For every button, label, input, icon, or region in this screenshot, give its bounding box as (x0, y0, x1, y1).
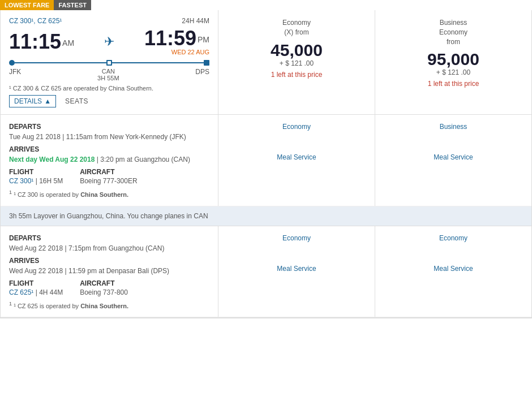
progress-bar (9, 60, 209, 66)
depart-time-block: 11:15AM (9, 32, 74, 52)
seg1-business-meal: Meal Service (381, 153, 526, 161)
economy-type: Economy (X) from (224, 18, 369, 37)
seg1-flight-number[interactable]: CZ 300¹ (9, 177, 33, 185)
depart-ampm: AM (62, 38, 74, 48)
seg1-arr-label: ARRIVES (9, 145, 209, 153)
depart-time: 11:15 (9, 30, 61, 53)
seg1-arr-details: Next day Wed Aug 22 2018 | 3:20 pm at Gu… (9, 156, 209, 163)
tags-row: LOWEST FARE FASTEST (0, 0, 532, 10)
seg2-aircraft-label: AIRCRAFT (80, 279, 128, 287)
segment2-info: DEPARTS Wed Aug 22 2018 | 7:15pm from Gu… (1, 226, 218, 317)
seg1-aircraft-block: AIRCRAFT Boeing 777-300ER (80, 168, 137, 185)
seg2-arr-label: ARRIVES (9, 257, 209, 265)
progress-line-2 (112, 62, 204, 63)
layover-info: CAN 3H 55M (21, 68, 195, 81)
flight-duration: 24H 44M (182, 17, 209, 25)
flight-numbers: CZ 300¹, CZ 625¹ (9, 17, 62, 25)
business-amount: 95,000 (381, 50, 526, 68)
seg1-flight-block: FLIGHT CZ 300¹ | 16H 5M (9, 168, 63, 185)
details-button[interactable]: DETAILS ▲ (9, 95, 56, 107)
airport-to: DPS (195, 68, 209, 81)
progress-line (15, 62, 106, 63)
plane-icon: ✈ (74, 35, 144, 49)
arrive-time: 11:59 (144, 27, 196, 50)
details-panel: DEPARTS Tue Aug 21 2018 | 11:15am from N… (1, 115, 531, 318)
seg2-flight-number[interactable]: CZ 625¹ (9, 288, 33, 296)
seg1-business-label: Business (381, 123, 526, 131)
seg2-flight-block: FLIGHT CZ 625¹ | 4H 44M (9, 279, 63, 296)
seg2-aircraft-value: Boeing 737-800 (80, 288, 128, 296)
flight-header: CZ 300¹, CZ 625¹ 24H 44M (9, 17, 209, 25)
seg1-economy-col: Economy Meal Service (218, 115, 375, 206)
dot-middle (106, 60, 112, 66)
economy-left: 1 left at this price (224, 71, 369, 79)
seg2-dep-details: Wed Aug 22 2018 | 7:15pm from Guangzhou … (9, 244, 209, 252)
airport-from: JFK (9, 68, 21, 81)
seg1-flight-aircraft: FLIGHT CZ 300¹ | 16H 5M AIRCRAFT Boeing … (9, 168, 209, 185)
dot-left (9, 60, 15, 66)
seg1-economy-meal: Meal Service (224, 153, 369, 161)
chevron-up-icon: ▲ (44, 97, 51, 105)
seg2-flight-value: CZ 625¹ | 4H 44M (9, 288, 63, 296)
arrive-time-block: 11:59PM WED 22 AUG (144, 28, 209, 55)
seg2-economy-meal: Meal Service (224, 265, 369, 273)
flight-footnote: ¹ CZ 300 & CZ 625 are operated by China … (9, 85, 209, 92)
seg1-aircraft-value: Boeing 777-300ER (80, 177, 137, 185)
seg2-arr-details: Wed Aug 22 2018 | 11:59 pm at Denpasar B… (9, 267, 209, 275)
seg2-business-label: Economy (381, 234, 526, 242)
flight-card: CZ 300¹, CZ 625¹ 24H 44M 11:15AM ✈ 11:59… (0, 10, 532, 318)
lowest-fare-tag: LOWEST FARE (0, 0, 54, 10)
seg2-business-col: Economy Meal Service (375, 226, 531, 317)
seg1-dep-label: DEPARTS (9, 123, 209, 131)
seg2-aircraft-block: AIRCRAFT Boeing 737-800 (80, 279, 128, 296)
arrive-ampm: PM (198, 35, 209, 44)
details-row: DETAILS ▲ SEATS (9, 95, 209, 107)
seg1-aircraft-label: AIRCRAFT (80, 168, 137, 176)
seg2-economy-label: Economy (224, 234, 369, 242)
airports-row: JFK CAN 3H 55M DPS (9, 68, 209, 81)
economy-amount: 45,000 (224, 41, 369, 59)
seg1-business-col: Business Meal Service (375, 115, 531, 206)
seg2-flight-aircraft: FLIGHT CZ 625¹ | 4H 44M AIRCRAFT Boeing … (9, 279, 209, 296)
business-type: Business Economy from (381, 18, 526, 46)
seg1-flight-value: CZ 300¹ | 16H 5M (9, 177, 63, 185)
segment1-info: DEPARTS Tue Aug 21 2018 | 11:15am from N… (1, 115, 218, 206)
main-flight-row: CZ 300¹, CZ 625¹ 24H 44M 11:15AM ✈ 11:59… (1, 10, 531, 115)
seg2-economy-col: Economy Meal Service (218, 226, 375, 317)
dot-right (204, 60, 209, 66)
economy-price-col: Economy (X) from 45,000 + $ 121 .00 1 le… (218, 10, 375, 114)
seg2-dep-label: DEPARTS (9, 234, 209, 242)
times-row: 11:15AM ✈ 11:59PM WED 22 AUG (9, 28, 209, 55)
segment2-row: DEPARTS Wed Aug 22 2018 | 7:15pm from Gu… (1, 226, 531, 318)
layover-bar: 3h 55m Layover in Guangzhou, China. You … (1, 206, 531, 226)
seg1-flight-label: FLIGHT (9, 168, 63, 176)
seg2-footnote: 1 ¹ CZ 625 is operated by China Southern… (9, 301, 209, 309)
seg2-flight-label: FLIGHT (9, 279, 63, 287)
seg1-arr-date: Next day Wed Aug 22 2018 (9, 156, 95, 163)
seg1-dep-details: Tue Aug 21 2018 | 11:15am from New York-… (9, 133, 209, 141)
business-price-col: Business Economy from 95,000 + $ 121 .00… (375, 10, 531, 114)
seg1-footnote: 1 ¹ CZ 300 is operated by China Southern… (9, 189, 209, 198)
seats-button[interactable]: SEATS (65, 97, 88, 105)
business-fee: + $ 121 .00 (381, 68, 526, 76)
segment1-row: DEPARTS Tue Aug 21 2018 | 11:15am from N… (1, 115, 531, 206)
flight-info-panel: CZ 300¹, CZ 625¹ 24H 44M 11:15AM ✈ 11:59… (1, 10, 218, 114)
seg2-business-meal: Meal Service (381, 265, 526, 273)
business-left: 1 left at this price (381, 80, 526, 88)
fastest-tag: FASTEST (54, 0, 91, 10)
economy-fee: + $ 121 .00 (224, 59, 369, 67)
seg1-economy-label: Economy (224, 123, 369, 131)
